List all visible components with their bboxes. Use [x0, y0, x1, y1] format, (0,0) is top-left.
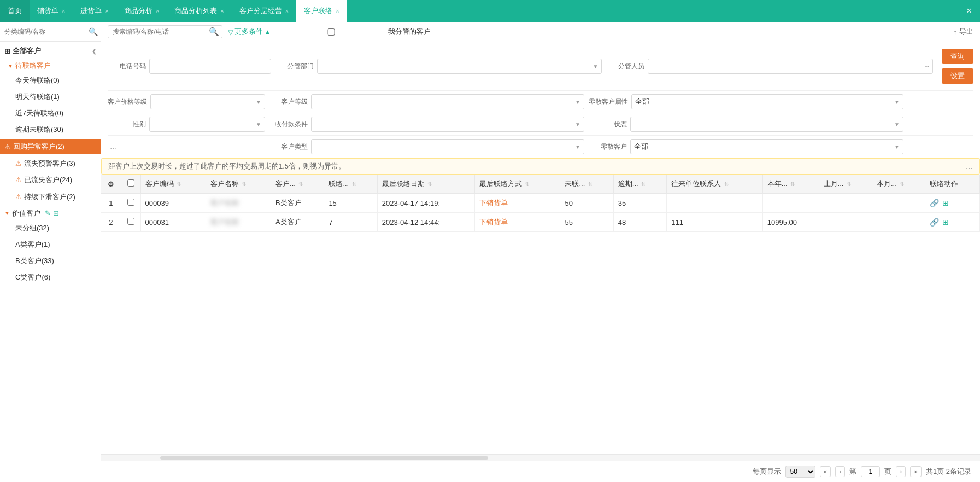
sidebar-item-overdue-pending[interactable]: 逾期未联络(30) — [0, 121, 101, 138]
close-customer-contact-icon[interactable]: × — [336, 8, 339, 14]
close-sales-order-icon[interactable]: × — [62, 8, 65, 14]
col-last-month[interactable]: 上月... ⇅ — [819, 175, 872, 194]
cust-grade-select[interactable]: ▼ — [311, 94, 584, 109]
export-button[interactable]: ↑ 导出 — [954, 27, 974, 37]
add-icon[interactable]: ⊞ — [53, 209, 59, 217]
sidebar-item-today-pending[interactable]: 今天待联络(0) — [0, 72, 101, 89]
next-page-button[interactable]: › — [896, 466, 906, 477]
scrollbar-thumb[interactable] — [160, 456, 488, 460]
col-this-year[interactable]: 本年... ⇅ — [762, 175, 819, 194]
col-overdue[interactable]: 逾期... ⇅ — [613, 175, 666, 194]
row-cust-type: A类客户 — [271, 213, 324, 232]
more-dots-icon[interactable]: ... — [108, 142, 119, 152]
sidebar-item-class-a[interactable]: A类客户(1) — [0, 236, 101, 253]
nav-purchase-order[interactable]: 进货单 × — [73, 0, 116, 22]
sidebar-item-repurchase-abnormal[interactable]: ⚠ 回购异常客户(2) — [0, 139, 101, 154]
prev-page-button[interactable]: ‹ — [835, 466, 845, 477]
sidebar-item-class-c[interactable]: C类客户(6) — [0, 269, 101, 286]
main-search-icon[interactable]: 🔍 — [209, 27, 219, 37]
pending-contact-group[interactable]: ▼ 待联络客户 — [0, 58, 101, 72]
price-grade-select[interactable]: ▼ — [150, 94, 265, 109]
sidebar-item-churn-warning[interactable]: ⚠ 流失预警客户(3) — [0, 155, 101, 172]
nav-home[interactable]: 首页 — [0, 0, 30, 22]
settings-button[interactable]: 设置 — [942, 68, 973, 84]
payment-select[interactable]: ▼ — [311, 117, 584, 132]
sidebar-item-declining[interactable]: ⚠ 持续下滑客户(2) — [0, 189, 101, 205]
table-body: 1000039客户名称B类客户152023-04-17 14:19:下销货单50… — [101, 194, 980, 232]
close-product-analysis-list-icon[interactable]: × — [220, 8, 224, 14]
page-number-input[interactable] — [861, 466, 880, 477]
horizontal-scrollbar[interactable] — [101, 454, 980, 461]
cust-type-select[interactable]: ▼ — [311, 139, 584, 154]
nav-product-analysis-list[interactable]: 商品分析列表 × — [167, 0, 231, 22]
sidebar-item-class-b[interactable]: B类客户(33) — [0, 253, 101, 269]
my-customers-checkbox-label[interactable]: 我分管的客户 — [277, 27, 431, 37]
sidebar-item-unclassified[interactable]: 未分组(32) — [0, 220, 101, 236]
col-this-month[interactable]: 本月... ⇅ — [872, 175, 925, 194]
row-last-contact-method[interactable]: 下销货单 — [474, 213, 560, 232]
col-contact-count[interactable]: 联络... ⇅ — [324, 175, 377, 194]
retail-attr-select[interactable]: 全部 ▼ — [631, 94, 903, 109]
sort-contact-person-icon: ⇅ — [724, 181, 729, 187]
col-code[interactable]: 客户编码 ⇅ — [140, 175, 206, 194]
row-checkbox[interactable] — [127, 199, 134, 206]
row-name[interactable]: 客户名称 — [206, 213, 271, 232]
close-purchase-order-icon[interactable]: × — [105, 8, 108, 14]
retail-cust-arrow-icon: ▼ — [894, 144, 900, 150]
row-checkbox[interactable] — [127, 218, 134, 225]
col-gear[interactable]: ⚙ — [101, 175, 121, 194]
col-uncontacted[interactable]: 未联... ⇅ — [560, 175, 613, 194]
col-contact-person[interactable]: 往来单位联系人 ⇅ — [667, 175, 763, 194]
close-all-tabs-button[interactable]: × — [958, 0, 980, 22]
row-name[interactable]: 客户名称 — [206, 194, 271, 213]
row-last-contact-method[interactable]: 下销货单 — [474, 194, 560, 213]
nav-customer-contact[interactable]: 客户联络 × — [296, 0, 347, 22]
query-button[interactable]: 查询 — [942, 49, 973, 64]
sort-this-year-icon: ⇅ — [790, 181, 795, 187]
sidebar-search-icon[interactable]: 🔍 — [89, 27, 98, 36]
status-select[interactable]: ▼ — [630, 117, 903, 132]
sidebar-item-tomorrow-pending[interactable]: 明天待联络(1) — [0, 89, 101, 105]
close-product-analysis-icon[interactable]: × — [156, 8, 159, 14]
my-customers-checkbox[interactable] — [277, 28, 386, 36]
phone-input[interactable] — [149, 59, 271, 74]
contact-icon[interactable]: 🔗 — [930, 199, 939, 207]
first-page-button[interactable]: « — [820, 466, 831, 477]
col-name[interactable]: 客户名称 ⇅ — [206, 175, 271, 194]
main-search-input[interactable] — [108, 25, 222, 38]
edit-icon[interactable]: ✎ — [45, 209, 51, 217]
last-page-button[interactable]: » — [910, 466, 922, 477]
select-all-checkbox[interactable] — [127, 179, 134, 187]
per-page-select[interactable]: 50 100 200 — [785, 466, 815, 478]
value-customers-group-header[interactable]: ▼ 价值客户 ✎ ⊞ — [0, 205, 101, 220]
sidebar-item-churned[interactable]: ⚠ 已流失客户(24) — [0, 172, 101, 188]
all-customers-header[interactable]: ⊞ 全部客户 ❮ — [0, 42, 101, 58]
gender-select[interactable]: ▼ — [149, 117, 265, 132]
retail-cust-field: 零散客户 全部 ▼ — [589, 139, 903, 154]
person-select-dots-icon: ··· — [925, 63, 929, 69]
tooltip-bar: 距客户上次交易时长，超过了此客户的平均交易周期的1.5倍，则视为异常。 ... — [101, 158, 980, 175]
grid-icon[interactable]: ⊞ — [942, 218, 949, 227]
cust-type-field: 客户类型 ▼ — [269, 139, 584, 154]
col-cust-type[interactable]: 客户... ⇅ — [271, 175, 324, 194]
filter-row-4: ... 客户类型 ▼ 零散客户 全部 ▼ — [108, 136, 973, 158]
sort-code-icon: ⇅ — [177, 181, 181, 187]
grid-icon[interactable]: ⊞ — [942, 199, 949, 207]
col-action: 联络动作 — [925, 175, 980, 194]
status-field: 状态 ▼ — [589, 117, 903, 132]
tooltip-dots[interactable]: ... — [966, 161, 973, 171]
col-last-contact-date[interactable]: 最后联络日期 ⇅ — [377, 175, 474, 194]
col-last-contact-method[interactable]: 最后联络方式 ⇅ — [474, 175, 560, 194]
person-select[interactable]: ··· — [648, 59, 933, 74]
retail-cust-select[interactable]: 全部 ▼ — [630, 139, 903, 154]
more-conditions-button[interactable]: ▽ 更多条件 ▲ — [228, 27, 271, 37]
dept-select[interactable]: ▼ — [317, 59, 602, 74]
nav-product-analysis[interactable]: 商品分析 × — [116, 0, 167, 22]
contact-icon[interactable]: 🔗 — [930, 218, 939, 227]
nav-customer-segment[interactable]: 客户分层经营 × — [232, 0, 296, 22]
sidebar-item-7days-pending[interactable]: 近7天待联络(0) — [0, 105, 101, 121]
sidebar-search-input[interactable] — [4, 28, 86, 36]
pending-arrow-icon: ▼ — [8, 63, 13, 69]
close-customer-segment-icon[interactable]: × — [285, 8, 289, 14]
nav-sales-order[interactable]: 销货单 × — [30, 0, 73, 22]
